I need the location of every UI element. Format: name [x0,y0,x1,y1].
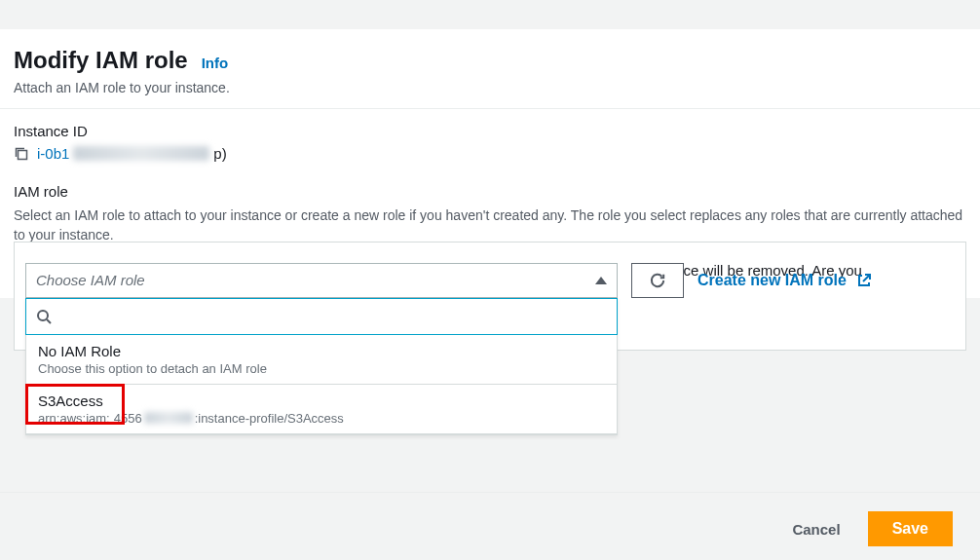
create-link-label: Create new IAM role [697,272,847,289]
refresh-button[interactable] [631,263,684,298]
dropdown-placeholder: Choose IAM role [36,272,145,288]
instance-id-link[interactable]: i-0b1 p) [37,145,227,162]
option-arn: arn:aws:iam: 4556 :instance-profile/S3Ac… [38,411,605,426]
save-button[interactable]: Save [868,511,953,546]
search-icon [36,309,52,324]
caret-up-icon [595,277,607,284]
svg-rect-0 [19,150,27,159]
instance-id-suffix: p) [213,145,226,162]
dropdown-search-row [25,298,618,335]
instance-id-redacted [73,146,209,161]
instance-id-prefix: i-0b1 [37,145,69,162]
info-link[interactable]: Info [202,55,229,71]
footer-bar: Cancel Save [0,498,980,560]
iam-role-label: IAM role [14,183,966,200]
refresh-icon [649,272,666,289]
footer-divider [0,492,980,493]
dropdown-option-s3access[interactable]: S3Access arn:aws:iam: 4556 :instance-pro… [25,385,618,434]
dropdown-option-no-iam-role[interactable]: No IAM Role Choose this option to detach… [25,335,618,385]
iam-role-dropdown[interactable]: Choose IAM role [25,263,618,298]
create-new-iam-role-link[interactable]: Create new IAM role [697,272,872,289]
external-link-icon [856,273,872,288]
svg-point-1 [38,311,48,320]
cancel-button[interactable]: Cancel [786,513,846,545]
dropdown-search-input[interactable] [59,299,607,334]
page-title: Modify IAM role [14,47,188,74]
option-subtitle: Choose this option to detach an IAM role [38,361,605,376]
arn-redacted [144,412,193,424]
option-title: No IAM Role [38,343,605,359]
instance-id-label: Instance ID [14,123,966,139]
iam-role-description: Select an IAM role to attach to your ins… [14,205,966,245]
copy-icon[interactable] [14,146,29,162]
page-subtitle: Attach an IAM role to your instance. [14,80,966,95]
dropdown-panel: No IAM Role Choose this option to detach… [25,298,618,435]
option-title: S3Access [38,392,605,409]
